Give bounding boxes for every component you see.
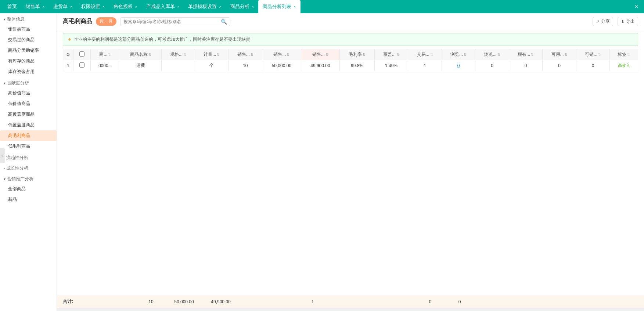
sidebar-item-traded-goods[interactable]: 交易过的商品 bbox=[0, 35, 57, 45]
nav-role-auth[interactable]: 角色授权 × bbox=[109, 0, 141, 13]
sidebar: « ▾ 整体信息 销售类商品 交易过的商品 商品分类助销率 有库存的商品 库存资… bbox=[0, 13, 57, 311]
close-permission[interactable]: × bbox=[102, 4, 105, 9]
content-header: 高毛利商品 近一月 🔍 ↗ 分享 ⬇ 导出 bbox=[57, 13, 644, 30]
sidebar-item-new-goods[interactable]: 新品 bbox=[0, 194, 57, 205]
page-title: 高毛利商品 bbox=[63, 18, 92, 25]
row-browse1[interactable]: 0 bbox=[442, 60, 475, 71]
sidebar-item-category-rate[interactable]: 商品分类助销率 bbox=[0, 45, 57, 56]
col-trades[interactable]: 交易...⇅ bbox=[408, 49, 442, 60]
share-icon: ↗ bbox=[596, 19, 600, 24]
nav-permission-settings[interactable]: 权限设置 × bbox=[77, 0, 109, 13]
row-name: 运费 bbox=[120, 60, 162, 71]
col-tag[interactable]: 标签⇅ bbox=[610, 49, 638, 60]
col-sales-qty[interactable]: 销售...⇅ bbox=[229, 49, 262, 60]
footer-total: 合计: 10 50,000.00 49,900.00 1 0 0 bbox=[57, 295, 644, 308]
row-no: 1 bbox=[63, 60, 73, 71]
group-arrow-growth: › bbox=[4, 166, 5, 170]
row-sales-qty: 10 bbox=[229, 60, 262, 71]
horizontal-scrollbar[interactable] bbox=[57, 308, 644, 311]
select-all-checkbox[interactable] bbox=[79, 51, 84, 57]
row-gross-rate: 99.8% bbox=[340, 60, 375, 71]
close-sales-order[interactable]: × bbox=[42, 4, 44, 9]
row-stock1: 0 bbox=[509, 60, 543, 71]
data-table: ⚙ 商...⇅ 商品名称⇅ 规格...⇅ 计量...⇅ 销售...⇅ 销售...… bbox=[63, 49, 638, 71]
footer-sales-qty: 10 bbox=[136, 299, 166, 304]
close-finished-goods[interactable]: × bbox=[177, 4, 179, 9]
col-stock3[interactable]: 可销...⇅ bbox=[576, 49, 610, 60]
nav-purchase-order[interactable]: 进货单 × bbox=[49, 0, 76, 13]
row-code: 0000... bbox=[90, 60, 120, 71]
table-row: 1 0000... 运费 个 10 50,000.00 49,900.00 99… bbox=[63, 60, 638, 71]
col-gross-rate[interactable]: 毛利率⇅ bbox=[340, 49, 375, 60]
col-sales-profit[interactable]: 销售...⇅ bbox=[301, 49, 340, 60]
group-arrow-contribution: ▾ bbox=[4, 81, 6, 85]
sidebar-item-stock-goods[interactable]: 有库存的商品 bbox=[0, 56, 57, 66]
close-purchase-order[interactable]: × bbox=[70, 4, 72, 9]
close-all-tabs[interactable]: × bbox=[632, 3, 641, 10]
col-browse1[interactable]: 浏览...⇅ bbox=[442, 49, 475, 60]
sidebar-group-marketing[interactable]: ▾ 营销推广分析 bbox=[0, 173, 57, 184]
sidebar-item-low-margin[interactable]: 低毛利商品 bbox=[0, 141, 57, 152]
export-icon: ⬇ bbox=[621, 19, 625, 24]
export-button[interactable]: ⬇ 导出 bbox=[618, 17, 638, 26]
sidebar-item-low-value[interactable]: 低价值商品 bbox=[0, 98, 57, 109]
sidebar-item-low-coverage[interactable]: 低覆盖度商品 bbox=[0, 120, 57, 130]
nav-finished-goods[interactable]: 产成品入库单 × bbox=[142, 0, 184, 13]
col-stock2[interactable]: 可用...⇅ bbox=[543, 49, 576, 60]
top-navigation: 首页 销售单 × 进货单 × 权限设置 × 角色授权 × 产成品入库单 × 单据… bbox=[0, 0, 644, 13]
group-arrow-overall: ▾ bbox=[4, 17, 6, 21]
close-template[interactable]: × bbox=[219, 4, 221, 9]
row-sales-profit: 49,900.00 bbox=[301, 60, 340, 71]
sidebar-group-overall[interactable]: ▾ 整体信息 bbox=[0, 13, 57, 24]
row-spec bbox=[161, 60, 195, 71]
search-input[interactable] bbox=[123, 19, 221, 24]
row-trades: 1 bbox=[408, 60, 442, 71]
sidebar-group-flow[interactable]: › 流趋性分析 bbox=[0, 152, 57, 162]
sidebar-item-high-value[interactable]: 高价值商品 bbox=[0, 88, 57, 98]
row-tag: 高收入 bbox=[610, 60, 638, 71]
sidebar-item-sales-goods[interactable]: 销售类商品 bbox=[0, 24, 57, 35]
footer-sales-amt: 50,000.00 bbox=[166, 299, 202, 304]
nav-product-analysis-list[interactable]: 商品分析列表 × bbox=[258, 0, 300, 13]
footer-stock2: 0 bbox=[415, 299, 445, 304]
row-check bbox=[73, 60, 91, 71]
col-stock1[interactable]: 现有...⇅ bbox=[509, 49, 543, 60]
content-area: 高毛利商品 近一月 🔍 ↗ 分享 ⬇ 导出 ✦ 企业的主要的利润都是这部分商品创… bbox=[57, 13, 644, 311]
col-name[interactable]: 商品名称⇅ bbox=[120, 49, 162, 60]
row-browse2: 0 bbox=[475, 60, 509, 71]
nav-product-analysis[interactable]: 商品分析 × bbox=[226, 0, 258, 13]
info-icon: ✦ bbox=[68, 37, 72, 42]
row-coverage: 1.49% bbox=[374, 60, 408, 71]
share-button[interactable]: ↗ 分享 bbox=[593, 17, 613, 26]
sidebar-group-contribution[interactable]: ▾ 贡献度分析 bbox=[0, 77, 57, 88]
col-browse2[interactable]: 浏览...⇅ bbox=[475, 49, 509, 60]
sidebar-item-high-coverage[interactable]: 高覆盖度商品 bbox=[0, 109, 57, 120]
nav-sales-order[interactable]: 销售单 × bbox=[21, 0, 49, 13]
row-checkbox[interactable] bbox=[79, 62, 84, 68]
close-product-analysis[interactable]: × bbox=[252, 4, 254, 9]
col-sales-amt[interactable]: 销售...⇅ bbox=[262, 49, 301, 60]
sidebar-item-high-margin[interactable]: 高毛利商品 bbox=[0, 130, 57, 141]
col-code[interactable]: 商...⇅ bbox=[90, 49, 120, 60]
sidebar-item-all-goods[interactable]: 全部商品 bbox=[0, 184, 57, 194]
sidebar-group-growth[interactable]: › 成长性分析 bbox=[0, 162, 57, 173]
row-unit: 个 bbox=[195, 60, 229, 71]
total-label: 合计: bbox=[63, 299, 136, 305]
col-gear[interactable]: ⚙ bbox=[63, 49, 73, 60]
nav-home[interactable]: 首页 bbox=[3, 0, 21, 13]
close-role-auth[interactable]: × bbox=[135, 4, 137, 9]
col-unit[interactable]: 计量...⇅ bbox=[195, 49, 229, 60]
row-sales-amt: 50,000.00 bbox=[262, 60, 301, 71]
footer-trades: 1 bbox=[298, 299, 327, 304]
sidebar-collapse-button[interactable]: « bbox=[0, 148, 5, 163]
col-spec[interactable]: 规格...⇅ bbox=[161, 49, 195, 60]
close-analysis-list[interactable]: × bbox=[294, 4, 296, 9]
nav-template-settings[interactable]: 单据模板设置 × bbox=[184, 0, 226, 13]
table-header-row: ⚙ 商...⇅ 商品名称⇅ 规格...⇅ 计量...⇅ 销售...⇅ 销售...… bbox=[63, 49, 638, 60]
footer-sales-profit: 49,900.00 bbox=[202, 299, 239, 304]
col-coverage[interactable]: 覆盖...⇅ bbox=[374, 49, 408, 60]
sidebar-item-stock-capital[interactable]: 库存资金占用 bbox=[0, 66, 57, 77]
search-icon[interactable]: 🔍 bbox=[221, 19, 227, 25]
col-check bbox=[73, 49, 91, 60]
filter-button[interactable]: 近一月 bbox=[96, 17, 116, 26]
